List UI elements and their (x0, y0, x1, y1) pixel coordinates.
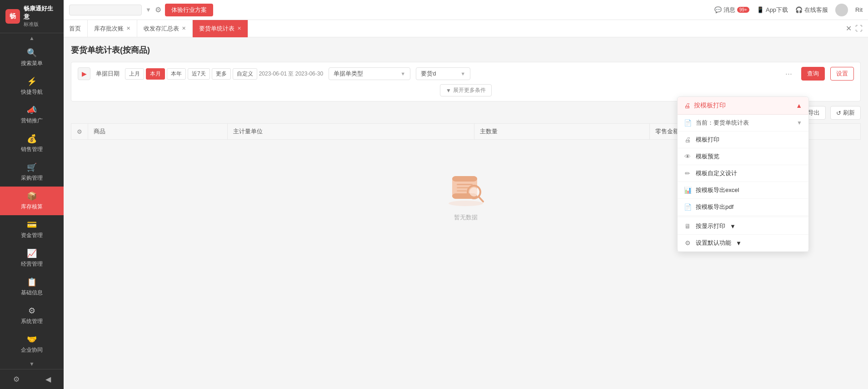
tab-label: 要货单统计表 (199, 25, 234, 33)
template-preview-label: 模板预览 (696, 152, 802, 161)
dropdown-item-export-excel[interactable]: 📊 按模板导出excel (678, 182, 808, 199)
sidebar-menu: 🔍 搜索菜单 ⚡ 快捷导航 📣 营销推广 💰 销售管理 🛒 采购管理 📦 库存核… (0, 43, 64, 359)
dropdown-item-set-default[interactable]: ⚙ 设置默认功能 ▼ (678, 235, 808, 252)
sidebar-item-label: 快捷导航 (21, 88, 43, 96)
sidebar-item-label: 销售管理 (21, 146, 43, 153)
tab-expand-window-btn[interactable]: ⛶ (855, 25, 863, 33)
export-excel-icon: 📊 (684, 187, 691, 194)
svg-point-0 (449, 201, 483, 206)
collab-icon: 🤝 (27, 334, 37, 344)
tab-close-icon[interactable]: ✕ (182, 25, 186, 31)
tab-inventory-batch[interactable]: 库存批次账 ✕ (88, 20, 137, 37)
filter-expand-btn[interactable]: ▶ (78, 67, 90, 80)
date-btn-last-month[interactable]: 上月 (125, 68, 144, 80)
content-area: 要货单统计表(按商品) ▶ 单据日期 上月 本月 本年 近7天 更多 自定义 2… (64, 37, 868, 389)
sidebar-item-purchase[interactable]: 🛒 采购管理 (0, 158, 64, 187)
avatar[interactable] (835, 4, 848, 16)
export-label: 导出 (808, 109, 820, 117)
message-btn[interactable]: 💬 消息 99+ (714, 6, 749, 14)
type-filter-select[interactable]: 单据单类型 ▼ (329, 67, 410, 80)
yaohuo-filter-select[interactable]: 要货d ▼ (416, 67, 470, 80)
collapse-btn[interactable]: ◀ (42, 373, 55, 385)
dropdown-item-display-print[interactable]: 🖥 按显示打印 ▼ (678, 218, 808, 235)
brand-tag: 标准版 (24, 21, 58, 28)
main-area: ▼ ⚙ 体验行业方案 💬 消息 99+ 📱 App下载 🎧 在线客服 Rit 首… (64, 0, 868, 389)
sidebar: 畅 畅康通好生意 标准版 ▲ 🔍 搜索菜单 ⚡ 快捷导航 📣 营销推广 💰 销售… (0, 0, 64, 389)
sidebar-item-label: 系统管理 (21, 318, 43, 325)
sidebar-item-label: 库存核算 (21, 203, 43, 211)
chevron-down-icon3: ▼ (446, 87, 451, 94)
print-dropdown: 🖨 按模板打印 ▲ 📄 当前：要货单统计表 ▼ 🖨 模板打印 👁 模板 (677, 96, 809, 252)
dropdown-item-export-pdf[interactable]: 📄 按模板导出pdf (678, 199, 808, 216)
sidebar-item-marketing[interactable]: 📣 营销推广 (0, 101, 64, 129)
scroll-down-arrow[interactable]: ▼ (0, 359, 64, 369)
app-download-btn[interactable]: 📱 App下载 (757, 6, 788, 14)
date-btn-this-year[interactable]: 本年 (167, 68, 186, 80)
svg-point-8 (469, 187, 479, 197)
current-template-row[interactable]: 📄 当前：要货单统计表 ▼ (678, 115, 808, 131)
scroll-up-arrow[interactable]: ▲ (0, 33, 64, 43)
dropdown-item-template-print[interactable]: 🖨 模板打印 (678, 131, 808, 148)
filter-row: ▶ 单据日期 上月 本月 本年 近7天 更多 自定义 2023-06-01 至 … (78, 67, 854, 81)
date-btn-last-7days[interactable]: 近7天 (188, 68, 210, 80)
svg-rect-6 (457, 190, 467, 192)
quicknav-icon: ⚡ (27, 76, 37, 86)
sidebar-item-label: 营销推广 (21, 117, 43, 125)
sidebar-item-operations[interactable]: 📈 经营管理 (0, 244, 64, 273)
tab-close-icon[interactable]: ✕ (126, 25, 130, 31)
svg-line-9 (479, 197, 483, 202)
topbar-search-input[interactable] (69, 5, 142, 15)
print-dropdown-header: 🖨 按模板打印 ▲ (678, 97, 808, 115)
settings-bottom-btn[interactable]: ⚙ (10, 373, 23, 385)
table-col-unit: 主计量单位 (228, 124, 474, 140)
topbar-gear-icon[interactable]: ⚙ (155, 5, 161, 14)
sidebar-item-sales[interactable]: 💰 销售管理 (0, 129, 64, 158)
date-btn-this-month[interactable]: 本月 (146, 68, 165, 80)
sidebar-item-label: 资金管理 (21, 232, 43, 239)
print-dropdown-header-right: ▲ (796, 102, 802, 109)
basic-icon: 📋 (27, 277, 37, 287)
dropdown-collapse-arrow[interactable]: ▲ (796, 102, 802, 109)
dropdown-item-template-design[interactable]: ✏ 模板自定义设计 (678, 165, 808, 182)
query-btn[interactable]: 查询 (801, 67, 825, 81)
date-btn-custom[interactable]: 自定义 (233, 68, 257, 80)
topbar-right: 💬 消息 99+ 📱 App下载 🎧 在线客服 Rit (714, 4, 863, 16)
tab-right-controls: ✕ ⛶ (846, 24, 863, 33)
page-title: 要货单统计表(按商品) (71, 45, 861, 56)
sidebar-item-inventory[interactable]: 📦 库存核算 (0, 187, 64, 215)
dropdown-item-template-preview[interactable]: 👁 模板预览 (678, 148, 808, 165)
refresh-btn[interactable]: ↺ 刷新 (830, 106, 861, 120)
sidebar-item-basic[interactable]: 📋 基础信息 (0, 273, 64, 301)
table-col-settings[interactable]: ⚙ (71, 124, 88, 140)
dropdown-divider (678, 217, 808, 217)
tab-close-window-btn[interactable]: ✕ (846, 24, 852, 33)
expand-more-btn[interactable]: ▼ 展开更多条件 (440, 84, 492, 96)
message-icon: 💬 (714, 6, 722, 13)
sidebar-item-quicknav[interactable]: ⚡ 快捷导航 (0, 72, 64, 101)
tabbar: 首页 库存批次账 ✕ 收发存汇总表 ✕ 要货单统计表 ✕ ✕ ⛶ (64, 20, 868, 37)
date-btn-more[interactable]: 更多 (212, 68, 231, 80)
col-settings-icon[interactable]: ⚙ (77, 128, 82, 135)
app-download-label: App下载 (766, 6, 788, 14)
more-options-icon[interactable]: ··· (785, 69, 792, 79)
sidebar-item-search[interactable]: 🔍 搜索菜单 (0, 43, 64, 72)
current-template-icon: 📄 (684, 119, 691, 126)
export-excel-label: 按模板导出excel (696, 186, 802, 194)
set-default-label: 设置默认功能 (696, 239, 731, 247)
tab-receipts-summary[interactable]: 收发存汇总表 ✕ (137, 20, 193, 37)
tab-order-stats[interactable]: 要货单统计表 ✕ (193, 20, 248, 37)
sidebar-item-label: 基础信息 (21, 289, 43, 297)
empty-text: 暂无数据 (454, 213, 478, 222)
tab-close-icon[interactable]: ✕ (237, 25, 241, 31)
yaohuo-filter-label: 要货d (421, 70, 436, 78)
set-default-icon: ⚙ (684, 239, 691, 247)
sidebar-item-system[interactable]: ⚙ 系统管理 (0, 301, 64, 330)
tab-home[interactable]: 首页 (69, 20, 88, 37)
online-service-btn[interactable]: 🎧 在线客服 (795, 6, 828, 14)
type-filter-label: 单据单类型 (334, 70, 363, 78)
exp-btn[interactable]: 体验行业方案 (165, 4, 213, 16)
sidebar-item-collab[interactable]: 🤝 企业协同 (0, 330, 64, 359)
template-design-label: 模板自定义设计 (696, 169, 802, 177)
sidebar-item-finance[interactable]: 💳 资金管理 (0, 215, 64, 244)
settings-btn[interactable]: 设置 (830, 67, 854, 81)
